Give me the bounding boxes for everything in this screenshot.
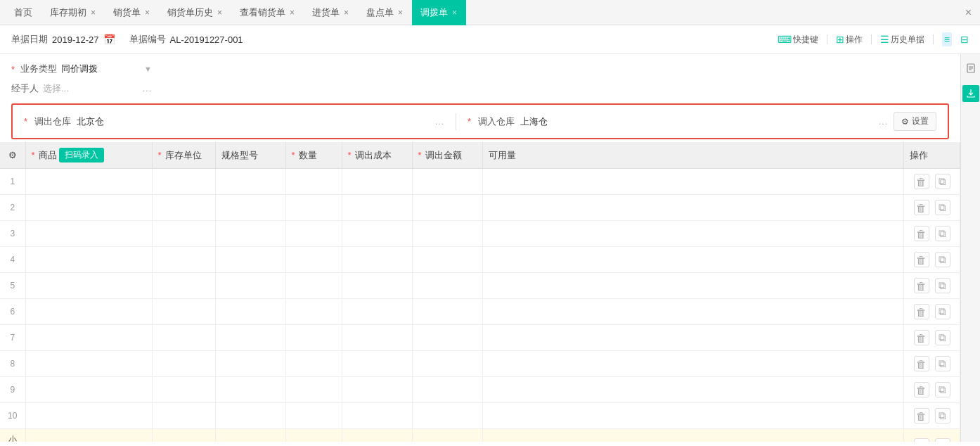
row-spec-cell[interactable] (215, 299, 285, 325)
row-transfer-cost-cell[interactable] (342, 169, 412, 195)
row-transfer-amount-cell[interactable] (412, 351, 482, 377)
row-spec-cell[interactable] (215, 403, 285, 429)
row-transfer-amount-cell[interactable] (412, 325, 482, 351)
row-unit-cell[interactable] (152, 351, 215, 377)
row-delete-btn[interactable]: 🗑 (914, 200, 929, 215)
row-copy-btn[interactable]: ⧉ (935, 330, 950, 345)
row-transfer-cost-cell[interactable] (342, 195, 412, 221)
row-copy-btn[interactable]: ⧉ (935, 252, 950, 267)
row-delete-btn[interactable]: 🗑 (914, 174, 929, 189)
row-quantity-cell[interactable] (285, 169, 342, 195)
row-copy-btn[interactable]: ⧉ (935, 278, 950, 293)
layout2-action[interactable]: ⊟ (960, 34, 969, 45)
window-close-button[interactable]: × (962, 4, 974, 22)
row-copy-btn[interactable]: ⧉ (935, 304, 950, 319)
row-unit-cell[interactable] (152, 247, 215, 273)
row-transfer-amount-cell[interactable] (412, 273, 482, 299)
row-copy-btn[interactable]: ⧉ (935, 382, 950, 397)
operation-action[interactable]: ⊞ 操作 (836, 34, 863, 46)
tab-inventory-init-close[interactable]: × (91, 8, 96, 18)
row-quantity-cell[interactable] (285, 195, 342, 221)
row-product-cell[interactable] (25, 273, 152, 299)
row-transfer-cost-cell[interactable] (342, 221, 412, 247)
row-unit-cell[interactable] (152, 325, 215, 351)
row-unit-cell[interactable] (152, 273, 215, 299)
business-type-dropdown[interactable]: ▼ (144, 65, 152, 73)
row-spec-cell[interactable] (215, 247, 285, 273)
row-quantity-cell[interactable] (285, 221, 342, 247)
row-copy-btn[interactable]: ⧉ (935, 174, 950, 189)
row-product-cell[interactable] (25, 351, 152, 377)
tab-sales-order[interactable]: 销货单 × (105, 0, 159, 25)
tab-view-sales-close[interactable]: × (290, 8, 295, 18)
row-transfer-cost-cell[interactable] (342, 377, 412, 403)
row-spec-cell[interactable] (215, 169, 285, 195)
row-transfer-cost-cell[interactable] (342, 247, 412, 273)
tab-sales-order-close[interactable]: × (145, 8, 150, 18)
row-delete-btn[interactable]: 🗑 (914, 252, 929, 267)
row-copy-btn[interactable]: ⧉ (935, 356, 950, 371)
row-unit-cell[interactable] (152, 221, 215, 247)
calendar-icon[interactable]: 📅 (103, 34, 115, 45)
row-product-cell[interactable] (25, 403, 152, 429)
row-transfer-cost-cell[interactable] (342, 273, 412, 299)
tab-purchase-order[interactable]: 进货单 × (304, 0, 358, 25)
tab-sales-history[interactable]: 销货单历史 × (159, 0, 231, 25)
row-quantity-cell[interactable] (285, 247, 342, 273)
row-product-cell[interactable] (25, 299, 152, 325)
row-copy-btn[interactable]: ⧉ (935, 408, 950, 423)
out-warehouse-more[interactable]: ... (435, 117, 444, 127)
row-spec-cell[interactable] (215, 273, 285, 299)
tab-sales-history-close[interactable]: × (217, 8, 222, 18)
row-unit-cell[interactable] (152, 195, 215, 221)
row-delete-btn[interactable]: 🗑 (914, 408, 929, 423)
row-transfer-amount-cell[interactable] (412, 403, 482, 429)
row-delete-btn[interactable]: 🗑 (914, 278, 929, 293)
row-spec-cell[interactable] (215, 221, 285, 247)
tab-home[interactable]: 首页 (6, 0, 41, 25)
row-product-cell[interactable] (25, 247, 152, 273)
subtotal-copy-btn[interactable]: ⧉ (935, 438, 950, 442)
row-spec-cell[interactable] (215, 325, 285, 351)
scan-button[interactable]: 扫码录入 (59, 148, 104, 163)
row-delete-btn[interactable]: 🗑 (914, 356, 929, 371)
settings-button[interactable]: ⚙ 设置 (894, 112, 936, 131)
row-delete-btn[interactable]: 🗑 (914, 330, 929, 345)
gear-col-header[interactable]: ⚙ (0, 142, 25, 169)
row-delete-btn[interactable]: 🗑 (914, 304, 929, 319)
tab-inventory-count[interactable]: 盘点单 × (358, 0, 412, 25)
row-product-cell[interactable] (25, 377, 152, 403)
tab-view-sales[interactable]: 查看销货单 × (231, 0, 304, 25)
row-copy-btn[interactable]: ⧉ (935, 200, 950, 215)
row-unit-cell[interactable] (152, 299, 215, 325)
row-spec-cell[interactable] (215, 195, 285, 221)
handler-more-icon[interactable]: ... (143, 84, 152, 94)
row-product-cell[interactable] (25, 325, 152, 351)
row-transfer-cost-cell[interactable] (342, 403, 412, 429)
tab-transfer-order-close[interactable]: × (452, 8, 457, 18)
handler-value[interactable]: 选择... (43, 82, 136, 95)
row-product-cell[interactable] (25, 221, 152, 247)
row-transfer-amount-cell[interactable] (412, 377, 482, 403)
layout1-action[interactable]: ≡ (942, 32, 952, 46)
table-container[interactable]: ⚙ * 商品 扫码录入 * 库存单位 (0, 142, 960, 442)
row-quantity-cell[interactable] (285, 377, 342, 403)
shortcut-action[interactable]: ⌨ 快捷键 (778, 34, 818, 46)
row-product-cell[interactable] (25, 195, 152, 221)
tab-inventory-init[interactable]: 库存期初 × (41, 0, 105, 25)
row-transfer-amount-cell[interactable] (412, 169, 482, 195)
history-action[interactable]: ☰ 历史单据 (880, 34, 924, 46)
tab-inventory-count-close[interactable]: × (398, 8, 403, 18)
row-quantity-cell[interactable] (285, 325, 342, 351)
row-quantity-cell[interactable] (285, 403, 342, 429)
in-warehouse-more[interactable]: ... (879, 117, 888, 127)
row-quantity-cell[interactable] (285, 273, 342, 299)
row-spec-cell[interactable] (215, 377, 285, 403)
right-toolbar-document[interactable] (962, 60, 979, 77)
row-quantity-cell[interactable] (285, 351, 342, 377)
row-transfer-cost-cell[interactable] (342, 299, 412, 325)
tab-transfer-order[interactable]: 调拨单 × (412, 0, 466, 25)
row-transfer-amount-cell[interactable] (412, 195, 482, 221)
row-transfer-amount-cell[interactable] (412, 221, 482, 247)
right-toolbar-export[interactable] (962, 85, 979, 102)
